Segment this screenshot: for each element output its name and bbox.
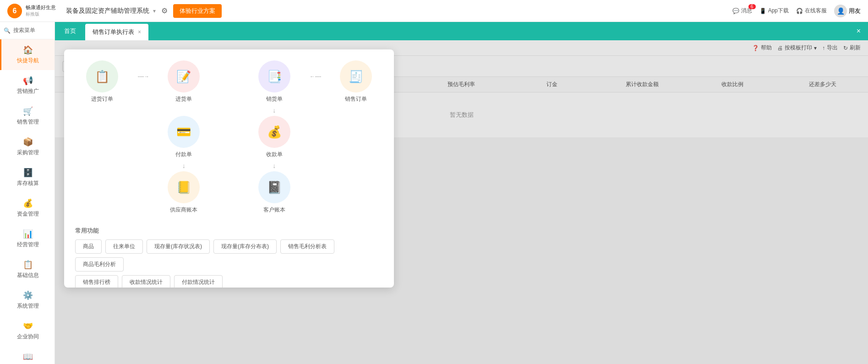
- tab-close-icon[interactable]: ×: [138, 29, 141, 35]
- v-arrows-row-2: ↓ ↓: [75, 162, 383, 169]
- finance-label: 资金管理: [17, 210, 39, 218]
- experience-button[interactable]: 体验行业方案: [173, 4, 222, 18]
- tab-bar-close[interactable]: ×: [849, 22, 868, 40]
- supplier-ledger-label: 供应商账本: [170, 206, 197, 214]
- receipt-circle: 💰: [258, 116, 290, 148]
- tab-home[interactable]: 首页: [55, 22, 85, 40]
- func-btn-商品[interactable]: 商品: [75, 239, 102, 254]
- func-btn-现存量(库存状况表)[interactable]: 现存量(库存状况表): [147, 239, 210, 254]
- flow-node-payment[interactable]: 💳 付款单: [157, 116, 211, 158]
- operations-label: 经营管理: [17, 241, 39, 249]
- empty-10: [328, 162, 383, 169]
- enterprise-icon: 🤝: [23, 321, 33, 331]
- v-arrow-receipt: ↓: [247, 162, 302, 169]
- sidebar-item-sales[interactable]: 🛒销售管理: [0, 101, 55, 131]
- popup-overlay: 📋 进货订单 📝 进货单: [55, 40, 868, 364]
- flow-row-3: 📒 供应商账本 📓 客户账本: [75, 171, 383, 214]
- func-btn-收款情况统计[interactable]: 收款情况统计: [122, 275, 170, 288]
- marketing-label: 营销推广: [17, 87, 39, 95]
- sidebar-item-finance[interactable]: 💰资金管理: [0, 193, 55, 223]
- func-btn-付款情况统计[interactable]: 付款情况统计: [174, 275, 223, 288]
- message-icon: 💬: [732, 8, 739, 14]
- search-menu[interactable]: 🔍 搜索菜单: [0, 22, 55, 39]
- sidebar-item-base-info[interactable]: 📋基础信息: [0, 254, 55, 285]
- user-area[interactable]: 👤 用友: [834, 5, 861, 17]
- sales-icon: 🛒: [23, 106, 33, 116]
- func-btn-商品毛利分析[interactable]: 商品毛利分析: [75, 257, 124, 272]
- empty-6: [75, 162, 130, 169]
- search-icon: 🔍: [4, 27, 11, 34]
- empty-9: [301, 162, 328, 169]
- phone-icon: 📱: [759, 8, 766, 14]
- avatar: 👤: [834, 5, 847, 17]
- top-right-area: 💬 消息 6 📱 App下载 🎧 在线客服 👤 用友: [732, 5, 861, 17]
- func-btn-现存量(库存分布表)[interactable]: 现存量(库存分布表): [213, 239, 277, 254]
- payment-label: 付款单: [175, 151, 192, 158]
- sidebar-item-operations[interactable]: 📊经营管理: [0, 223, 55, 254]
- receipt-label: 收款单: [266, 151, 283, 158]
- sidebar-item-enterprise[interactable]: 🤝企业协同: [0, 315, 55, 346]
- sidebar-item-inventory[interactable]: 🗄️库存核算: [0, 162, 55, 193]
- page-content: ❓ 帮助 🖨 按模板打印 ▾ ↑ 导出 ↻ 刷新: [55, 40, 868, 364]
- logo-text: 畅康通好生意: [26, 4, 56, 11]
- v-arrows-row: ↓: [75, 107, 383, 114]
- supplier-ledger-circle: 📒: [168, 171, 200, 203]
- chevron-down-icon[interactable]: ▾: [153, 8, 156, 14]
- system-icon: ⚙️: [23, 290, 33, 300]
- sidebar: 🔍 搜索菜单 🏠快捷导航📢营销推广🛒销售管理📦采购管理🗄️库存核算💰资金管理📊经…: [0, 22, 55, 364]
- base-info-icon: 📋: [23, 260, 33, 270]
- sales-label: 销售管理: [17, 118, 39, 126]
- flow-row-2: 💳 付款单 💰 收款单: [75, 116, 383, 158]
- sidebar-item-guide[interactable]: 📖新手引导: [0, 346, 55, 364]
- flow-node-supplier-ledger[interactable]: 📒 供应商账本: [157, 171, 211, 214]
- finance-icon: 💰: [23, 198, 33, 208]
- popup-panel: 📋 进货订单 📝 进货单: [64, 49, 394, 288]
- sidebar-item-purchase[interactable]: 📦采购管理: [0, 131, 55, 162]
- top-bar: 6 畅康通好生意 标推版 装备及固定资产辅助管理系统 ▾ ⚙ 体验行业方案 💬 …: [0, 0, 868, 22]
- purchase-icon: 📦: [23, 137, 33, 147]
- base-info-label: 基础信息: [17, 272, 39, 279]
- gear-button[interactable]: ⚙: [159, 5, 169, 17]
- sales-order-icon: 🧾: [349, 70, 363, 84]
- sales-bill-label: 销货单: [266, 95, 283, 103]
- flow-node-customer-ledger[interactable]: 📓 客户账本: [247, 171, 302, 214]
- sidebar-item-marketing[interactable]: 📢营销推广: [0, 70, 55, 101]
- inventory-icon: 🗄️: [23, 168, 33, 178]
- enterprise-label: 企业协同: [17, 333, 39, 341]
- flow-node-receipt[interactable]: 💰 收款单: [247, 116, 302, 158]
- sales-order-label: 销售订单: [345, 95, 367, 103]
- user-name: 用友: [849, 7, 861, 15]
- system-title-text: 装备及固定资产辅助管理系统: [66, 7, 149, 15]
- logo-sub: 标推版: [26, 11, 56, 17]
- purchase-bill-circle: 📝: [168, 60, 200, 92]
- func-buttons-row2: 销售排行榜收款情况统计付款情况统计: [75, 275, 383, 288]
- sidebar-item-system[interactable]: ⚙️系统管理: [0, 285, 55, 315]
- tab-sales-order[interactable]: 销售订单执行表 ×: [85, 24, 148, 40]
- func-btn-往来单位[interactable]: 往来单位: [105, 239, 143, 254]
- logo-text-block: 畅康通好生意 标推版: [26, 4, 56, 17]
- empty-7: [130, 162, 157, 169]
- online-service-item[interactable]: 🎧 在线客服: [796, 7, 827, 15]
- payment-circle: 💳: [168, 116, 200, 148]
- flow-node-sales-order[interactable]: 🧾 销售订单: [328, 60, 383, 103]
- marketing-icon: 📢: [23, 76, 33, 86]
- flow-node-sales-bill[interactable]: 📑 销货单: [247, 60, 302, 103]
- message-item[interactable]: 💬 消息 6: [732, 7, 752, 15]
- headset-icon: 🎧: [796, 8, 803, 14]
- customer-ledger-circle: 📓: [258, 171, 290, 203]
- online-service-label: 在线客服: [805, 7, 827, 15]
- v-empty-3: [328, 107, 383, 114]
- purchase-bill-icon: 📝: [176, 70, 191, 84]
- flow-node-purchase-bill[interactable]: 📝 进货单: [157, 60, 211, 103]
- sidebar-item-quick-nav[interactable]: 🏠快捷导航: [0, 39, 55, 70]
- system-title: 装备及固定资产辅助管理系统 ▾ ⚙ 体验行业方案: [66, 4, 732, 18]
- func-btn-销售毛利分析表[interactable]: 销售毛利分析表: [280, 239, 334, 254]
- flow-row-1: 📋 进货订单 📝 进货单: [75, 60, 383, 103]
- func-btn-销售排行榜[interactable]: 销售排行榜: [75, 275, 118, 288]
- func-buttons-row1: 商品往来单位现存量(库存状况表)现存量(库存分布表)销售毛利分析表商品毛利分析: [75, 239, 383, 272]
- logo-area: 6 畅康通好生意 标推版: [7, 4, 62, 18]
- flow-node-purchase-order[interactable]: 📋 进货订单: [75, 60, 130, 103]
- tab-bar: 首页 销售订单执行表 × ×: [55, 22, 868, 40]
- payment-icon: 💳: [176, 125, 191, 139]
- app-download-item[interactable]: 📱 App下载: [759, 7, 789, 15]
